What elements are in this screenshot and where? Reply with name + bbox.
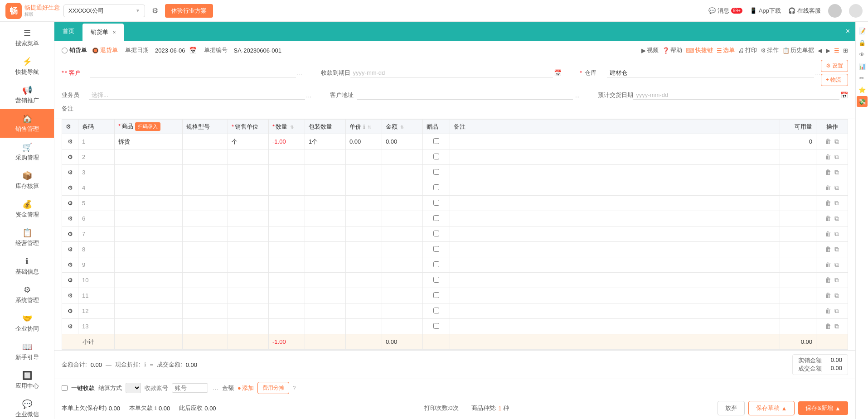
tab-sales-order[interactable]: 销货单 × [82, 24, 124, 41]
row-gear-8[interactable]: ⚙ [62, 242, 78, 257]
scan-button[interactable]: 扫码录入 [135, 122, 160, 131]
shortcut-btn[interactable]: ⌨ 快捷键 [686, 46, 713, 54]
row-gear-13[interactable]: ⚙ [62, 319, 78, 334]
row-gear-9[interactable]: ⚙ [62, 257, 78, 273]
row-delete-3[interactable]: 🗑 [824, 168, 832, 177]
price-info-icon[interactable]: ℹ [363, 124, 365, 130]
row-gear-6[interactable]: ⚙ [62, 211, 78, 226]
online-service-button[interactable]: 🎧 在线客服 [788, 7, 821, 15]
settings-form-button[interactable]: ⚙ 设置 [821, 60, 848, 72]
expense-help-icon[interactable]: ? [293, 385, 296, 391]
customer-address-input[interactable] [357, 91, 573, 100]
delivery-calendar-icon[interactable]: 📅 [840, 92, 848, 99]
warehouse-input[interactable] [607, 68, 814, 77]
col-gear-header[interactable]: ⚙ [62, 120, 78, 134]
sidebar-item-4[interactable]: 🛒采购管理 [0, 138, 54, 166]
address-ellipsis-icon[interactable]: … [574, 92, 580, 99]
radio-return[interactable]: 退货单 [92, 46, 118, 54]
sidebar-item-12[interactable]: 🔲应用中心 [0, 366, 54, 395]
row-copy-5[interactable]: ⧉ [834, 198, 840, 208]
salesperson-ellipsis-icon[interactable]: … [306, 92, 312, 99]
row-gear-1[interactable]: ⚙ [62, 134, 78, 149]
row-gear-2[interactable]: ⚙ [62, 149, 78, 165]
amount-sort-icon[interactable]: ⇅ [400, 125, 404, 130]
salesperson-input[interactable] [89, 91, 305, 100]
history-btn[interactable]: 📋 历史单据 [782, 46, 814, 54]
row-copy-2[interactable]: ⧉ [834, 152, 840, 162]
customer-input[interactable] [90, 68, 296, 77]
sidebar-item-1[interactable]: ⚡快捷导航 [0, 52, 54, 81]
customer-ellipsis-icon[interactable]: … [297, 70, 303, 77]
row-gear-4[interactable]: ⚙ [62, 180, 78, 196]
logistics-button[interactable]: + 物流 [821, 74, 848, 86]
avatar[interactable] [828, 4, 842, 18]
row-delete-6[interactable]: 🗑 [824, 214, 832, 223]
price-sort-icon[interactable]: ⇅ [368, 125, 371, 130]
row-delete-7[interactable]: 🗑 [824, 229, 832, 238]
float-btn-5[interactable]: ✏ [857, 72, 868, 83]
settings-icon[interactable]: ⚙ [149, 5, 161, 17]
sidebar-item-8[interactable]: ℹ基础信息 [0, 252, 54, 280]
next-record-icon[interactable]: ▶ [826, 47, 830, 54]
save-new-button[interactable]: 保存&新增 ▲ [798, 401, 848, 415]
row-copy-10[interactable]: ⧉ [834, 275, 840, 285]
sidebar-item-2[interactable]: 📢营销推广 [0, 81, 54, 109]
float-btn-2[interactable]: 🔒 [857, 37, 868, 48]
row-copy-7[interactable]: ⧉ [834, 229, 840, 239]
float-btn-1[interactable]: 📝 [857, 25, 868, 36]
company-selector[interactable]: XXXXXX公司 ▼ [63, 5, 145, 17]
row-delete-4[interactable]: 🗑 [824, 183, 832, 192]
close-window-icon[interactable]: × [846, 27, 850, 35]
expense-split-button[interactable]: 费用分摊 [257, 382, 289, 394]
float-btn-6[interactable]: ⭐ [857, 84, 868, 95]
message-button[interactable]: 💬 消息 99+ [708, 7, 742, 15]
add-payment-button[interactable]: ● 添加 [238, 384, 254, 392]
grid-view-icon[interactable]: ⊞ [843, 47, 848, 54]
row-copy-1[interactable]: ⧉ [834, 137, 840, 146]
row-gear-5[interactable]: ⚙ [62, 196, 78, 211]
row-copy-3[interactable]: ⧉ [834, 168, 840, 177]
row-delete-5[interactable]: 🗑 [824, 198, 832, 207]
float-btn-4[interactable]: 📊 [857, 61, 868, 72]
row-gear-12[interactable]: ⚙ [62, 303, 78, 319]
float-btn-7[interactable]: 💸 [857, 96, 868, 107]
payment-due-input[interactable] [350, 68, 553, 77]
row-delete-13[interactable]: 🗑 [824, 322, 832, 331]
prev-record-icon[interactable]: ◀ [818, 47, 822, 54]
sidebar-item-0[interactable]: ☰搜索菜单 [0, 24, 54, 52]
sidebar-item-3[interactable]: 🏠销售管理 [0, 109, 54, 138]
account-ellipsis-icon[interactable]: … [213, 385, 218, 391]
account-input[interactable] [172, 383, 208, 393]
video-btn[interactable]: ▶ 视频 [641, 46, 659, 54]
expected-delivery-input[interactable] [633, 91, 839, 100]
row-copy-4[interactable]: ⧉ [834, 183, 840, 193]
sidebar-item-6[interactable]: 💰资金管理 [0, 195, 54, 223]
sidebar-item-10[interactable]: 🤝企业协同 [0, 309, 54, 337]
row-copy-6[interactable]: ⧉ [834, 214, 840, 223]
experience-button[interactable]: 体验行业方案 [165, 4, 213, 18]
row-copy-13[interactable]: ⧉ [834, 322, 840, 331]
row-delete-12[interactable]: 🗑 [824, 306, 832, 315]
row-copy-8[interactable]: ⧉ [834, 245, 840, 254]
radio-sales[interactable]: 销货单 [62, 46, 87, 54]
float-btn-3[interactable]: 👁 [857, 49, 868, 60]
row-delete-10[interactable]: 🗑 [824, 275, 832, 284]
sidebar-item-5[interactable]: 📦库存核算 [0, 166, 54, 195]
discount-info-icon[interactable]: ℹ [144, 361, 146, 368]
qty-sort-icon[interactable]: ⇅ [290, 125, 294, 130]
date-calendar-icon[interactable]: 📅 [189, 47, 197, 54]
payment-due-calendar-icon[interactable]: 📅 [554, 69, 562, 77]
tab-home[interactable]: 首页 [54, 22, 82, 41]
row-gear-3[interactable]: ⚙ [62, 165, 78, 180]
abandon-button[interactable]: 放弃 [718, 401, 745, 415]
row-gear-7[interactable]: ⚙ [62, 226, 78, 242]
note-input[interactable] [89, 104, 848, 113]
row-delete-11[interactable]: 🗑 [824, 291, 832, 300]
select-btn[interactable]: ☰ 选单 [717, 46, 735, 54]
print-btn[interactable]: 🖨 打印 [738, 46, 757, 54]
sidebar-item-11[interactable]: 📖新手引导 [0, 337, 54, 366]
tab-close-icon[interactable]: × [113, 29, 116, 35]
help-btn[interactable]: ❓ 帮助 [662, 46, 682, 54]
row-copy-9[interactable]: ⧉ [834, 260, 840, 270]
sidebar-item-7[interactable]: 📋经营管理 [0, 223, 54, 252]
